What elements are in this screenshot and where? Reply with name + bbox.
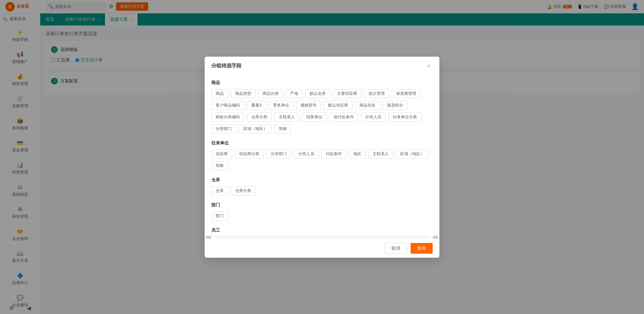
field-tag[interactable]: 批次管理 bbox=[364, 89, 389, 98]
field-tag[interactable]: 规格型号 bbox=[296, 101, 321, 110]
field-tag[interactable]: 商品别名 bbox=[355, 101, 380, 110]
field-tag[interactable]: 供应商分类 bbox=[235, 149, 264, 159]
section-goods-title: 商品 bbox=[211, 80, 433, 86]
field-tag[interactable]: 零售单位 bbox=[269, 101, 293, 110]
field-tag[interactable]: 主联系人 bbox=[274, 113, 299, 122]
department-fields: 部门 bbox=[211, 211, 433, 221]
field-tag[interactable]: 主要供应商 bbox=[333, 89, 362, 98]
dialog-body: 商品 商品 商品类型 商品分类 产地 默认仓库 主要供应商 批次管理 保质期管理… bbox=[205, 74, 439, 236]
dialog-header: 分组待选字段 × bbox=[205, 57, 439, 74]
dialog-overlay: 分组待选字段 × 商品 商品 商品类型 商品分类 产地 默认仓库 主要供应商 批… bbox=[0, 0, 644, 314]
field-tag[interactable]: 保质期管理 bbox=[392, 89, 421, 98]
field-tag[interactable]: 分管人员 bbox=[294, 149, 319, 159]
field-tag[interactable]: 默认供应商 bbox=[324, 101, 353, 110]
field-tag[interactable]: 商品分类 bbox=[258, 89, 283, 98]
field-tag[interactable]: 产地 bbox=[286, 89, 303, 98]
field-tag[interactable]: 分管部门 bbox=[266, 149, 291, 159]
section-goods: 商品 商品 商品类型 商品分类 产地 默认仓库 主要供应商 批次管理 保质期管理… bbox=[211, 80, 433, 133]
field-tag[interactable]: 付款条件 bbox=[321, 149, 346, 159]
goods-fields: 商品 商品类型 商品分类 产地 默认仓库 主要供应商 批次管理 保质期管理 客户… bbox=[211, 89, 433, 133]
field-tag[interactable]: 仓库分类 bbox=[231, 186, 256, 195]
dialog-scrollbar[interactable] bbox=[205, 236, 439, 239]
field-tag[interactable]: 重量3 bbox=[247, 101, 266, 110]
section-counterpart: 往来单位 供应商 供应商分类 分管部门 分管人员 付款条件 地区 主联系人 区域… bbox=[211, 140, 433, 170]
section-counterpart-title: 往来单位 bbox=[211, 140, 433, 146]
field-tag[interactable]: 供应商 bbox=[211, 149, 232, 159]
section-warehouse-title: 仓库 bbox=[211, 177, 433, 183]
field-tag[interactable]: 仓库分类 bbox=[247, 113, 272, 122]
field-tag[interactable]: 分管人员 bbox=[361, 113, 386, 122]
field-tag[interactable]: 税收分类编码 bbox=[211, 113, 244, 122]
field-tag[interactable]: 结算单位 bbox=[302, 113, 327, 122]
counterpart-fields: 供应商 供应商分类 分管部门 分管人员 付款条件 地区 主联系人 区域（地区） … bbox=[211, 149, 433, 170]
dialog-close-button[interactable]: × bbox=[425, 62, 433, 70]
warehouse-fields: 仓库 仓库分类 bbox=[211, 186, 433, 195]
section-employee-title: 员工 bbox=[211, 227, 433, 233]
field-tag[interactable]: 客户商品编码 bbox=[211, 101, 244, 110]
field-tag[interactable]: 区域（地区） bbox=[396, 149, 429, 159]
field-tag[interactable]: 商品类型 bbox=[231, 89, 256, 98]
dialog-title: 分组待选字段 bbox=[211, 63, 241, 69]
field-tag[interactable]: 仓库 bbox=[211, 186, 228, 195]
field-tag[interactable]: 主联系人 bbox=[368, 149, 393, 159]
scroll-track bbox=[214, 237, 430, 238]
section-employee: 员工 业务员 bbox=[211, 227, 433, 236]
scroll-right-arrow bbox=[433, 236, 438, 239]
field-tag[interactable]: 拣货积分 bbox=[383, 101, 408, 110]
field-tag[interactable]: 地区 bbox=[349, 149, 366, 159]
scroll-left-arrow bbox=[206, 236, 211, 239]
field-tag[interactable]: 区域（地区） bbox=[239, 124, 272, 133]
section-warehouse: 仓库 仓库 仓库分类 bbox=[211, 177, 433, 195]
field-tag[interactable]: 往来单位分类 bbox=[388, 113, 421, 122]
field-tag[interactable]: 简称 bbox=[211, 161, 228, 170]
field-tag[interactable]: 收付款条件 bbox=[329, 113, 358, 122]
field-tag[interactable]: 部门 bbox=[211, 211, 228, 221]
section-department: 部门 部门 bbox=[211, 202, 433, 221]
field-tag[interactable]: 默认仓库 bbox=[305, 89, 330, 98]
field-tag[interactable]: 商品 bbox=[211, 89, 228, 98]
confirm-button[interactable]: 查询 bbox=[411, 243, 433, 254]
dialog-footer: 取消 查询 bbox=[205, 239, 439, 258]
dialog: 分组待选字段 × 商品 商品 商品类型 商品分类 产地 默认仓库 主要供应商 批… bbox=[205, 57, 439, 258]
field-tag[interactable]: 简称 bbox=[274, 124, 291, 133]
section-department-title: 部门 bbox=[211, 202, 433, 208]
cancel-button[interactable]: 取消 bbox=[384, 243, 407, 254]
field-tag[interactable]: 分管部门 bbox=[211, 124, 236, 133]
